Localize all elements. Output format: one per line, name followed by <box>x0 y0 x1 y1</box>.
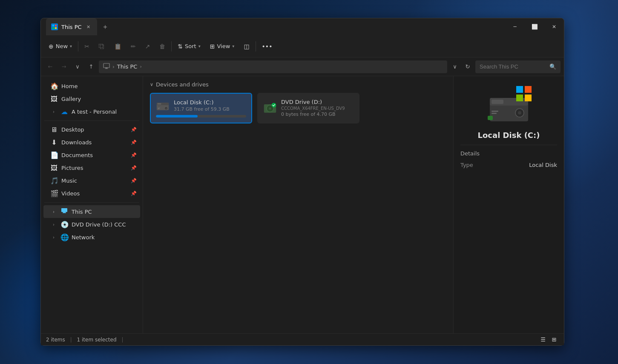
sidebar-item-dvddrive[interactable]: › 💿 DVD Drive (D:) CCC <box>43 218 140 231</box>
delete-button[interactable]: 🗑 <box>155 40 170 52</box>
svg-rect-31 <box>525 86 532 93</box>
status-items-count: 2 items <box>46 337 65 343</box>
sidebar-item-downloads[interactable]: ⬇ Downloads 📌 <box>43 136 140 149</box>
copy-button[interactable]: ⿻ <box>95 40 109 52</box>
d-drive-free: 0 bytes free of 4.70 GB <box>281 112 354 117</box>
path-separator: › <box>112 64 115 70</box>
pictures-icon: 🖼 <box>50 164 58 172</box>
pin-icon-pics: 📌 <box>131 165 137 171</box>
sidebar-item-onedrive[interactable]: › ☁ A test - Personal <box>43 106 140 118</box>
svg-rect-1 <box>55 25 57 26</box>
sidebar-item-network[interactable]: › 🌐 Network <box>43 231 140 244</box>
status-separator-2: | <box>121 337 123 343</box>
videos-icon: 🎬 <box>50 189 58 198</box>
svg-rect-24 <box>492 100 503 104</box>
drive-tile-d[interactable]: DVD Drive (D:) CCCOMA_X64FRE_EN-US_DV9 0… <box>257 93 359 123</box>
svg-rect-4 <box>103 63 109 68</box>
drive-tile-c[interactable]: Local Disk (C:) 31.7 GB free of 59.3 GB <box>150 93 252 123</box>
tab-close-button[interactable]: ✕ <box>85 23 92 30</box>
sidebar: 🏠 Home 🖼 Gallery › ☁ A test - Personal 🖥… <box>41 76 143 333</box>
pin-icon: 📌 <box>131 127 137 132</box>
drive-tile-top-c: Local Disk (C:) 31.7 GB free of 59.3 GB <box>156 99 246 112</box>
section-header: ∨ Devices and drives <box>150 81 446 88</box>
maximize-button[interactable]: ⬜ <box>525 18 544 35</box>
dropdown-button[interactable]: ∨ <box>449 61 461 73</box>
up-button[interactable]: ↑ <box>85 61 97 73</box>
cut-button[interactable]: ✂ <box>80 40 94 52</box>
d-drive-info: DVD Drive (D:) CCCOMA_X64FRE_EN-US_DV9 0… <box>281 99 354 117</box>
tab-icon <box>51 23 58 30</box>
gallery-icon: 🖼 <box>50 95 58 103</box>
paste-button[interactable]: 📋 <box>110 40 126 52</box>
sidebar-item-music[interactable]: 🎵 Music 📌 <box>43 175 140 187</box>
section-chevron-icon[interactable]: ∨ <box>150 82 153 87</box>
new-tab-button[interactable]: ＋ <box>99 20 112 33</box>
sidebar-item-thispc[interactable]: › This PC <box>43 205 140 218</box>
toolbar: ⊕ New ▾ ✂ ⿻ 📋 ✏ ↗ 🗑 ⇅ Sort ▾ ⊞ <box>41 35 564 57</box>
path-end-chevron: › <box>140 64 141 69</box>
search-box[interactable]: 🔍 <box>475 60 561 73</box>
sidebar-item-gallery[interactable]: 🖼 Gallery <box>43 93 140 105</box>
view-button[interactable]: ⊞ View ▾ <box>206 40 239 52</box>
main-tab[interactable]: This PC ✕ <box>46 18 97 35</box>
status-bar: 2 items | 1 item selected | ☰ ⊞ <box>41 333 564 345</box>
forward-button[interactable]: → <box>58 61 70 73</box>
new-icon: ⊕ <box>49 43 54 50</box>
sidebar-item-pictures[interactable]: 🖼 Pictures 📌 <box>43 162 140 174</box>
sidebar-item-documents[interactable]: 📄 Documents 📌 <box>43 149 140 161</box>
cloud-icon: ☁ <box>60 108 68 116</box>
details-type-value: Local Disk <box>529 162 557 168</box>
window-controls: ─ ⬜ ✕ <box>505 18 564 35</box>
new-button[interactable]: ⊕ New ▾ <box>44 40 76 52</box>
pin-icon-docs: 📌 <box>131 152 137 158</box>
share-button[interactable]: ↗ <box>141 40 155 52</box>
sidebar-item-home[interactable]: 🏠 Home <box>43 80 140 92</box>
svg-rect-17 <box>158 109 159 109</box>
c-drive-free: 31.7 GB free of 59.3 GB <box>174 106 246 112</box>
rename-icon: ✏ <box>131 43 136 50</box>
rename-button[interactable]: ✏ <box>126 40 140 52</box>
more-button[interactable]: ••• <box>258 40 277 52</box>
main-content: 🏠 Home 🖼 Gallery › ☁ A test - Personal 🖥… <box>41 76 564 333</box>
details-panel: Local Disk (C:) Details Type Local Disk <box>453 76 564 333</box>
sidebar-item-desktop[interactable]: 🖥 Desktop 📌 <box>43 123 140 136</box>
details-divider <box>460 145 557 145</box>
svg-rect-27 <box>492 111 498 112</box>
svg-rect-32 <box>516 95 523 101</box>
address-path[interactable]: › This PC › <box>99 60 447 73</box>
status-text: 2 items | 1 item selected | <box>46 337 538 343</box>
close-button[interactable]: ✕ <box>544 18 564 35</box>
c-drive-info: Local Disk (C:) 31.7 GB free of 59.3 GB <box>174 99 246 112</box>
back-button[interactable]: ← <box>44 61 56 73</box>
svg-rect-8 <box>61 208 67 212</box>
drives-grid: Local Disk (C:) 31.7 GB free of 59.3 GB <box>150 93 446 123</box>
toolbar-separator-2 <box>171 41 172 52</box>
sidebar-item-videos[interactable]: 🎬 Videos 📌 <box>43 187 140 200</box>
refresh-button[interactable]: ↻ <box>462 61 474 73</box>
c-drive-progress <box>156 115 246 118</box>
details-type-key: Type <box>460 162 473 168</box>
svg-rect-9 <box>63 212 66 212</box>
copy-icon: ⿻ <box>99 43 105 50</box>
expand-nav-button[interactable]: ∨ <box>72 61 83 73</box>
sidebar-divider-2 <box>44 202 139 203</box>
sidebar-divider-1 <box>44 120 139 121</box>
pin-icon-videos: 📌 <box>131 191 137 196</box>
details-section-label: Details <box>460 150 557 157</box>
c-drive-name: Local Disk (C:) <box>174 99 246 106</box>
list-view-button[interactable]: ☰ <box>538 335 548 344</box>
pc-icon <box>60 207 68 216</box>
downloads-icon: ⬇ <box>50 138 58 146</box>
status-views: ☰ ⊞ <box>538 335 559 344</box>
d-drive-name: DVD Drive (D:) <box>281 99 354 105</box>
details-button[interactable]: ◫ <box>239 40 253 52</box>
svg-rect-33 <box>525 95 532 101</box>
details-title: Local Disk (C:) <box>460 131 557 140</box>
tab-area: This PC ✕ ＋ <box>46 18 505 35</box>
toolbar-separator-1 <box>78 41 78 52</box>
minimize-button[interactable]: ─ <box>505 18 525 35</box>
grid-view-button[interactable]: ⊞ <box>549 335 559 344</box>
search-input[interactable] <box>480 63 547 70</box>
sort-button[interactable]: ⇅ Sort ▾ <box>173 40 204 52</box>
svg-rect-13 <box>158 103 161 105</box>
